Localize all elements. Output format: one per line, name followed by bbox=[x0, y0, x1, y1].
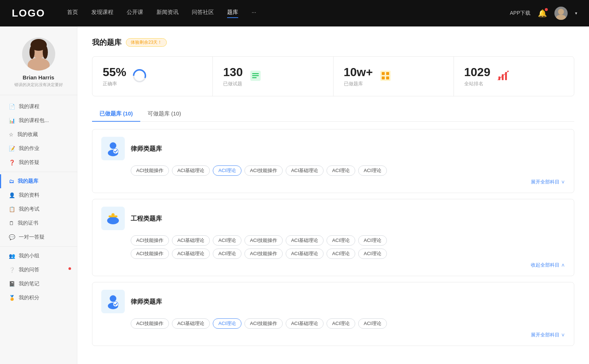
sidebar-item-my-group[interactable]: 👥 我的小组 bbox=[0, 249, 77, 263]
svg-rect-14 bbox=[382, 72, 385, 75]
sidebar-menu: 📄 我的课程 📊 我的课程包... ☆ 我的收藏 📝 我的作业 ❓ 我的答疑 � bbox=[0, 100, 77, 305]
app-download-button[interactable]: APP下载 bbox=[510, 10, 530, 17]
document-icon: 📄 bbox=[9, 104, 15, 110]
sidebar-item-my-questions[interactable]: ❔ 我的问答 bbox=[0, 263, 77, 277]
svg-rect-17 bbox=[386, 76, 389, 79]
bank-name-2: 工程类题库 bbox=[131, 214, 162, 223]
sidebar-item-my-certificate[interactable]: 🗒 我的证书 bbox=[0, 216, 77, 230]
user-menu-chevron-icon[interactable]: ▾ bbox=[575, 11, 577, 16]
pie-chart-icon bbox=[132, 68, 147, 85]
tag-2-8[interactable]: ACI技能操作 bbox=[131, 249, 169, 259]
svg-point-22 bbox=[110, 142, 116, 149]
expand-link-3[interactable]: 展开全部科目 ∨ bbox=[101, 332, 565, 338]
tag-2-12[interactable]: ACI基础理论 bbox=[286, 249, 324, 259]
tag-1-6[interactable]: ACI理论 bbox=[327, 165, 355, 176]
tag-2-4[interactable]: ACI技能操作 bbox=[244, 235, 283, 246]
nav-discover[interactable]: 发现课程 bbox=[91, 9, 113, 18]
bank-tags-2-row2: ACI技能操作 ACI基础理论 ACI理论 ACI技能操作 ACI基础理论 AC… bbox=[131, 249, 565, 259]
notification-bell-icon[interactable]: 🔔 bbox=[538, 9, 547, 18]
tab-done-banks[interactable]: 已做题库 (10) bbox=[92, 107, 140, 122]
nav-open-course[interactable]: 公开课 bbox=[127, 9, 143, 18]
stat-card-done-questions: 130 已做试题 bbox=[213, 57, 333, 96]
certificate-icon: 🗒 bbox=[9, 220, 14, 226]
tag-3-2[interactable]: ACI基础理论 bbox=[172, 318, 210, 329]
svg-rect-12 bbox=[252, 77, 257, 78]
engineer-bank-icon bbox=[101, 207, 125, 230]
sidebar-item-my-homework[interactable]: 📝 我的作业 bbox=[0, 142, 77, 156]
svg-point-6 bbox=[43, 46, 48, 59]
tag-2-7[interactable]: ACI理论 bbox=[358, 235, 387, 246]
tag-2-11[interactable]: ACI技能操作 bbox=[244, 249, 283, 259]
sidebar-item-one-on-one[interactable]: 💬 一对一答疑 bbox=[0, 230, 77, 244]
sidebar-item-my-course-package[interactable]: 📊 我的课程包... bbox=[0, 114, 77, 128]
page-wrapper: Brian Harris 错误的决定比没有决定要好 📄 我的课程 📊 我的课程包… bbox=[0, 26, 589, 364]
tag-2-6[interactable]: ACI理论 bbox=[327, 235, 355, 246]
svg-rect-10 bbox=[252, 73, 259, 74]
stat-done-questions-value: 130 bbox=[223, 65, 243, 79]
svg-point-0 bbox=[558, 9, 564, 15]
tag-2-14[interactable]: ACI理论 bbox=[358, 249, 387, 259]
nav-quiz[interactable]: 题库 bbox=[227, 9, 238, 18]
tag-3-7[interactable]: ACI理论 bbox=[358, 318, 387, 329]
tag-1-7[interactable]: ACI理论 bbox=[358, 165, 387, 176]
stat-card-done-banks: 10w+ 已做题库 bbox=[334, 57, 454, 96]
grid-stat-icon bbox=[379, 69, 392, 84]
stats-row: 55% 正确率 130 已做试题 bbox=[92, 56, 574, 96]
tag-3-3[interactable]: ACI理论 bbox=[213, 318, 241, 329]
tab-available-banks[interactable]: 可做题库 (10) bbox=[140, 107, 188, 122]
nav-news[interactable]: 新闻资讯 bbox=[156, 9, 179, 18]
svg-rect-13 bbox=[380, 71, 391, 81]
tag-3-5[interactable]: ACI基础理论 bbox=[286, 318, 324, 329]
svg-rect-16 bbox=[382, 76, 385, 79]
tag-3-4[interactable]: ACI技能操作 bbox=[244, 318, 283, 329]
lawyer-bank-icon bbox=[101, 137, 125, 160]
tag-1-3[interactable]: ACI理论 bbox=[213, 165, 241, 176]
tag-3-1[interactable]: ACI技能操作 bbox=[131, 318, 169, 329]
nav-qa[interactable]: 问答社区 bbox=[192, 9, 214, 18]
bank-tags-3: ACI技能操作 ACI基础理论 ACI理论 ACI技能操作 ACI基础理论 AC… bbox=[131, 318, 565, 329]
sidebar-item-my-qa[interactable]: ❓ 我的答疑 bbox=[0, 156, 77, 169]
tag-2-9[interactable]: ACI基础理论 bbox=[172, 249, 210, 259]
sidebar-item-my-exam[interactable]: 📋 我的考试 bbox=[0, 202, 77, 216]
bank-card-engineer: 工程类题库 ACI技能操作 ACI基础理论 ACI理论 ACI技能操作 ACI基… bbox=[92, 199, 574, 276]
main-content: 我的题库 体验剩余23天！ 55% 正确率 bbox=[77, 26, 589, 364]
sidebar-item-my-points[interactable]: 🏅 我的积分 bbox=[0, 291, 77, 305]
bank-card-header-2: 工程类题库 bbox=[101, 207, 565, 230]
tag-2-3[interactable]: ACI理论 bbox=[213, 235, 241, 246]
stat-accuracy-label: 正确率 bbox=[103, 81, 126, 87]
expand-link-1[interactable]: 展开全部科目 ∨ bbox=[101, 179, 565, 185]
tag-2-10[interactable]: ACI理论 bbox=[213, 249, 241, 259]
tag-2-2[interactable]: ACI基础理论 bbox=[172, 235, 210, 246]
sidebar-item-my-course[interactable]: 📄 我的课程 bbox=[0, 100, 77, 114]
user-avatar-nav[interactable] bbox=[554, 7, 568, 20]
tag-2-1[interactable]: ACI技能操作 bbox=[131, 235, 169, 246]
chart-icon: 📊 bbox=[9, 118, 15, 124]
sidebar-item-my-favorites[interactable]: ☆ 我的收藏 bbox=[0, 128, 77, 142]
list-icon bbox=[249, 69, 262, 84]
svg-point-1 bbox=[556, 15, 566, 20]
nav-more[interactable]: ··· bbox=[251, 9, 256, 18]
sidebar-item-my-notes[interactable]: 📓 我的笔记 bbox=[0, 277, 77, 291]
sidebar-item-my-quiz-bank[interactable]: 🗂 我的题库 bbox=[0, 174, 77, 188]
bank-card-lawyer-1: 律师类题库 ACI技能操作 ACI基础理论 ACI理论 ACI技能操作 ACI基… bbox=[92, 129, 574, 193]
tag-3-6[interactable]: ACI理论 bbox=[327, 318, 355, 329]
stat-done-banks-value: 10w+ bbox=[344, 65, 373, 79]
svg-point-29 bbox=[110, 295, 116, 302]
svg-rect-11 bbox=[252, 75, 259, 76]
tag-1-1[interactable]: ACI技能操作 bbox=[131, 165, 169, 176]
tag-2-13[interactable]: ACI理论 bbox=[327, 249, 355, 259]
collapse-link-2[interactable]: 收起全部科目 ∧ bbox=[101, 262, 565, 268]
grid-icon: 🗂 bbox=[9, 178, 14, 184]
file-icon: 📋 bbox=[9, 206, 15, 212]
nav-home[interactable]: 首页 bbox=[67, 9, 78, 18]
tag-2-5[interactable]: ACI基础理论 bbox=[286, 235, 324, 246]
tag-1-5[interactable]: ACI基础理论 bbox=[286, 165, 324, 176]
tag-1-4[interactable]: ACI技能操作 bbox=[244, 165, 283, 176]
bank-card-lawyer-2: 律师类题库 ACI技能操作 ACI基础理论 ACI理论 ACI技能操作 ACI基… bbox=[92, 282, 574, 346]
note-icon: 📓 bbox=[9, 281, 15, 287]
sidebar-item-my-profile[interactable]: 👤 我的资料 bbox=[0, 188, 77, 202]
star-icon: ☆ bbox=[9, 132, 14, 138]
stat-done-banks-label: 已做题库 bbox=[344, 81, 373, 87]
people-icon: 👤 bbox=[9, 192, 15, 198]
tag-1-2[interactable]: ACI基础理论 bbox=[172, 165, 210, 176]
